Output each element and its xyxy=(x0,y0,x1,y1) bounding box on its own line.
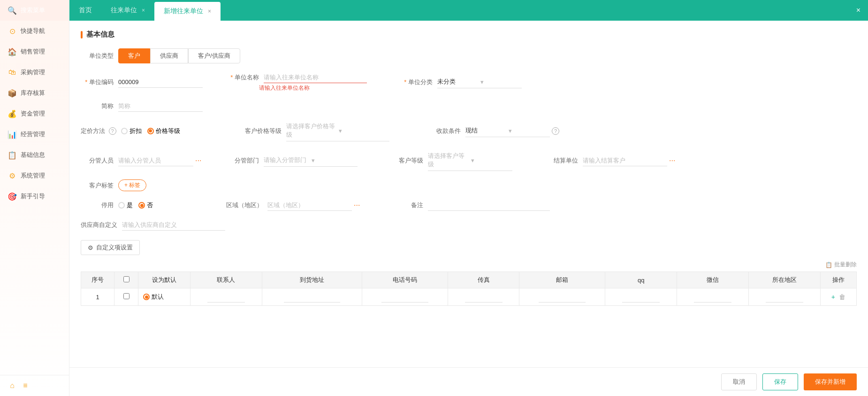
phone-input[interactable] xyxy=(381,291,428,303)
unit-type-label: 单位类型 xyxy=(81,52,118,60)
cell-region[interactable] xyxy=(748,288,820,306)
sidebar-item-search[interactable]: 🔍 搜索菜单 xyxy=(0,0,69,21)
disabled-no-option[interactable]: 否 xyxy=(138,201,153,210)
unit-type-supplier-btn[interactable]: 供应商 xyxy=(150,48,188,63)
cancel-button[interactable]: 取消 xyxy=(721,373,757,390)
sidebar-item-purchase[interactable]: 🛍 采购管理 xyxy=(0,62,69,83)
settlement-unit-input[interactable] xyxy=(583,155,667,166)
tab-new-partner[interactable]: 新增往来单位 × xyxy=(154,2,221,21)
department-select[interactable]: 请输入分管部门 ▾ xyxy=(264,154,358,167)
col-seq: 序号 xyxy=(81,272,114,288)
add-tag-btn[interactable]: + 标签 xyxy=(118,179,146,191)
unit-type-customer-btn[interactable]: 客户 xyxy=(118,48,150,63)
region-input[interactable] xyxy=(267,200,352,211)
disabled-yes-option[interactable]: 是 xyxy=(118,201,133,210)
supplier-custom-field: 供应商自定义 xyxy=(81,219,268,231)
disabled-yes-radio[interactable] xyxy=(118,202,125,209)
payment-terms-label: 收款条件 xyxy=(428,127,465,135)
pricing-discount-radio[interactable] xyxy=(121,128,128,134)
email-input[interactable] xyxy=(539,291,586,303)
department-label: 分管部门 xyxy=(226,156,264,165)
col-default: 设为默认 xyxy=(138,272,190,288)
fax-input[interactable] xyxy=(465,291,503,303)
supervisor-input[interactable] xyxy=(118,155,193,166)
unit-name-input[interactable] xyxy=(264,72,367,83)
settlement-unit-dots-btn[interactable]: ··· xyxy=(667,156,677,165)
pricing-radio-group: 折扣 价格等级 xyxy=(121,127,180,135)
customer-price-level-label: 客户价格等级 xyxy=(245,127,286,135)
unit-code-label: 单位编码 xyxy=(81,78,118,86)
row-supplier-custom: 供应商自定义 xyxy=(81,219,857,231)
sidebar: 🔍 搜索菜单 ⊙ 快捷导航 🏠 销售管理 🛍 采购管理 📦 库存核算 💰 资金管… xyxy=(0,0,69,396)
qq-input[interactable] xyxy=(622,291,660,303)
tab-home[interactable]: 首页 xyxy=(69,0,101,21)
tab-new-partner-close[interactable]: × xyxy=(208,8,211,15)
short-name-input[interactable] xyxy=(118,101,203,112)
cell-address[interactable] xyxy=(262,288,362,306)
customer-level-chevron: ▾ xyxy=(471,157,512,164)
unit-code-input[interactable] xyxy=(118,77,203,88)
remark-field: 备注 xyxy=(390,200,578,211)
row-checkbox[interactable] xyxy=(123,293,129,299)
cell-phone[interactable] xyxy=(362,288,448,306)
select-all-checkbox[interactable] xyxy=(123,276,129,282)
row-default-radio-item[interactable]: 默认 xyxy=(143,293,185,301)
cell-email[interactable] xyxy=(519,288,605,306)
pricing-help-icon[interactable]: ? xyxy=(109,127,116,135)
customer-price-level-select[interactable]: 请选择客户价格等级 ▾ xyxy=(286,120,389,141)
inventory-icon: 📦 xyxy=(8,88,17,98)
sidebar-item-inventory[interactable]: 📦 库存核算 xyxy=(0,83,69,103)
payment-terms-help-icon[interactable]: ? xyxy=(552,127,559,135)
row-add-btn[interactable]: + xyxy=(831,293,835,301)
supervisor-dots-btn[interactable]: ··· xyxy=(193,156,203,165)
department-field: 分管部门 请输入分管部门 ▾ xyxy=(226,154,376,167)
pricing-discount-option[interactable]: 折扣 xyxy=(121,127,142,135)
tab-partners[interactable]: 往来单位 × xyxy=(101,0,154,21)
wechat-input[interactable] xyxy=(694,291,731,303)
col-qq: qq xyxy=(605,272,677,288)
region-table-input[interactable] xyxy=(766,291,803,303)
cell-contact[interactable] xyxy=(190,288,262,306)
cell-wechat[interactable] xyxy=(677,288,749,306)
sidebar-home-btn[interactable]: ⌂ ≡ xyxy=(0,375,69,396)
sidebar-item-quick-nav[interactable]: ⊙ 快捷导航 xyxy=(0,21,69,41)
unit-category-select[interactable]: 未分类 ▾ xyxy=(437,76,522,88)
remark-input[interactable] xyxy=(428,200,550,211)
finance-icon: 💰 xyxy=(8,109,17,118)
disabled-no-radio[interactable] xyxy=(138,202,145,209)
row-delete-btn[interactable]: 🗑 xyxy=(839,293,845,301)
customer-level-select[interactable]: 请选择客户等级 ▾ xyxy=(428,150,512,171)
tab-partners-close[interactable]: × xyxy=(142,7,145,14)
save-button[interactable]: 保存 xyxy=(762,373,798,390)
region-dots-btn[interactable]: ··· xyxy=(352,201,362,210)
cell-fax[interactable] xyxy=(448,288,519,306)
custom-settings-btn[interactable]: ⚙ 自定义项设置 xyxy=(81,240,140,255)
col-contact: 联系人 xyxy=(190,272,262,288)
sidebar-item-sales[interactable]: 🏠 销售管理 xyxy=(0,41,69,62)
supplier-custom-input[interactable] xyxy=(122,219,225,231)
unit-category-field: 单位分类 未分类 ▾ xyxy=(400,76,541,88)
sidebar-item-system[interactable]: ⚙ 系统管理 xyxy=(0,165,69,186)
row-action-btns: + 🗑 xyxy=(825,293,852,301)
sidebar-item-basic-info[interactable]: 📋 基础信息 xyxy=(0,145,69,165)
contact-input[interactable] xyxy=(207,291,245,303)
contacts-table: 序号 设为默认 联系人 到货地址 电话号码 传真 邮箱 qq 微信 所在地区 操… xyxy=(81,272,857,306)
batch-delete-btn[interactable]: 📋 批量删除 xyxy=(825,261,857,269)
quick-nav-icon: ⊙ xyxy=(8,26,17,36)
search-icon: 🔍 xyxy=(8,6,17,15)
sidebar-item-operations[interactable]: 📊 经营管理 xyxy=(0,124,69,145)
section-title-basic-info: 基本信息 xyxy=(81,30,857,39)
sidebar-item-guide[interactable]: 🎯 新手引导 xyxy=(0,186,69,207)
address-input[interactable] xyxy=(284,291,340,303)
supplier-custom-label: 供应商自定义 xyxy=(81,221,122,229)
pricing-level-radio[interactable] xyxy=(147,128,154,134)
cell-qq[interactable] xyxy=(605,288,677,306)
save-new-button[interactable]: 保存并新增 xyxy=(804,373,857,390)
payment-terms-field: 收款条件 现结 ▾ ? xyxy=(428,124,578,137)
row-default-radio[interactable] xyxy=(143,294,150,300)
sidebar-item-finance[interactable]: 💰 资金管理 xyxy=(0,103,69,124)
tab-bar-close-btn[interactable]: × xyxy=(849,6,868,15)
payment-terms-select[interactable]: 现结 ▾ xyxy=(465,124,550,137)
unit-type-both-btn[interactable]: 客户/供应商 xyxy=(188,48,240,63)
pricing-level-option[interactable]: 价格等级 xyxy=(147,127,180,135)
